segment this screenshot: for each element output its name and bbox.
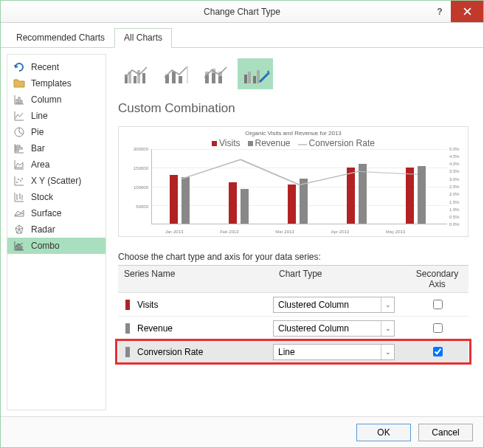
x-tick: May 2013 (373, 230, 418, 234)
sidebar-item-bar[interactable]: Bar (7, 140, 106, 156)
content-pane: Custom Combination Organic Visits and Re… (106, 54, 477, 410)
y-tick: 100000 (122, 185, 148, 190)
x-tick: Apr 2013 (318, 230, 362, 234)
sidebar-item-column[interactable]: Column (7, 92, 106, 108)
y2-tick: 3.5% (449, 169, 466, 173)
svg-point-9 (20, 180, 21, 182)
sidebar-item-combo[interactable]: Combo (7, 238, 106, 254)
sidebar-item-area[interactable]: Area (7, 156, 106, 173)
radar-icon (13, 224, 25, 235)
sidebar-item-pie[interactable]: Pie (7, 124, 106, 140)
sidebar-item-radar[interactable]: Radar (7, 221, 106, 238)
secondary-axis-checkbox-revenue[interactable] (433, 323, 443, 333)
sidebar-item-label: Surface (31, 208, 61, 218)
series-name-label: Revenue (137, 323, 173, 334)
cancel-button[interactable]: Cancel (418, 424, 473, 441)
header-secondary-axis: Secondary Axis (406, 266, 469, 292)
chart-type-dropdown-revenue[interactable]: Clustered Column ⌄ (273, 320, 395, 337)
svg-point-7 (16, 182, 18, 183)
legend-conversion: Conversion Rate (309, 138, 375, 148)
header-chart-type: Chart Type (273, 266, 406, 292)
svg-rect-4 (15, 145, 20, 147)
svg-rect-26 (218, 76, 222, 83)
chart-preview[interactable]: Organic Visits and Revenue for 2013 Visi… (118, 126, 469, 237)
series-table-header: Series Name Chart Type Secondary Axis (118, 266, 469, 293)
chart-type-dropdown-conversion[interactable]: Line ⌄ (273, 344, 395, 360)
y2-tick: 4.0% (449, 162, 466, 166)
window-controls: ? (429, 1, 483, 22)
column-icon (13, 94, 25, 106)
svg-rect-5 (15, 148, 22, 149)
recent-icon (13, 61, 25, 73)
x-tick: Feb 2013 (207, 230, 252, 234)
svg-rect-29 (248, 72, 251, 83)
header-series-name: Series Name (118, 266, 273, 292)
preview-legend: Visits Revenue Conversion Rate (125, 138, 462, 148)
legend-visits: Visits (219, 138, 240, 148)
svg-rect-0 (16, 100, 18, 103)
x-tick: Jan 2013 (152, 230, 196, 234)
dialog-body: Recent Templates Column Line Pie Bar (1, 48, 483, 416)
sidebar-item-label: Area (31, 159, 49, 170)
sidebar-item-surface[interactable]: Surface (7, 205, 106, 221)
dialog-title: Change Chart Type (204, 7, 280, 17)
titlebar: Change Chart Type ? (1, 1, 483, 23)
templates-icon (13, 77, 25, 89)
sidebar-item-label: X Y (Scatter) (31, 176, 81, 186)
tab-all-charts[interactable]: All Charts (114, 28, 172, 48)
tab-recommended-charts[interactable]: Recommended Charts (7, 28, 114, 48)
y2-tick: 1.5% (449, 200, 466, 204)
sidebar-item-templates[interactable]: Templates (7, 75, 106, 92)
bar-icon (13, 142, 25, 154)
tab-bar: Recommended Charts All Charts (1, 23, 483, 48)
chart-type-dropdown-visits[interactable]: Clustered Column ⌄ (273, 297, 395, 313)
sidebar-item-line[interactable]: Line (7, 108, 106, 124)
svg-rect-20 (172, 72, 176, 83)
sidebar-item-label: Combo (31, 241, 60, 251)
series-table: Series Name Chart Type Secondary Axis Vi… (118, 265, 469, 365)
sidebar-item-label: Stock (31, 192, 53, 202)
svg-rect-21 (179, 76, 182, 83)
sidebar-item-label: Bar (31, 143, 45, 154)
chevron-down-icon: ⌄ (381, 297, 391, 312)
combo-subtype-1[interactable] (118, 58, 153, 89)
y2-tick: 2.5% (449, 185, 466, 189)
combo-subtype-3[interactable] (198, 58, 233, 89)
svg-rect-28 (244, 75, 247, 83)
sidebar-item-label: Radar (31, 224, 55, 235)
chevron-down-icon: ⌄ (381, 345, 391, 359)
legend-revenue: Revenue (255, 138, 291, 148)
y-tick: 150000 (122, 166, 148, 170)
y-tick: 200000 (122, 147, 148, 151)
dropdown-value: Line (278, 347, 295, 357)
y2-tick: 5.0% (449, 147, 466, 151)
ok-button[interactable]: OK (356, 424, 411, 441)
scatter-icon (13, 175, 25, 187)
stock-icon (13, 191, 25, 203)
y2-tick: 0.0% (449, 222, 466, 227)
sidebar-item-recent[interactable]: Recent (7, 59, 106, 75)
sidebar-item-scatter[interactable]: X Y (Scatter) (7, 173, 106, 189)
sidebar-item-stock[interactable]: Stock (7, 189, 106, 205)
sidebar-item-label: Recent (31, 62, 59, 72)
y2-tick: 1.0% (449, 207, 466, 212)
svg-rect-30 (253, 76, 256, 83)
close-icon[interactable] (451, 1, 483, 22)
chevron-down-icon: ⌄ (381, 321, 391, 336)
dialog-footer: OK Cancel (1, 416, 483, 447)
svg-rect-17 (137, 70, 140, 83)
svg-rect-13 (21, 247, 22, 249)
sidebar-item-label: Column (31, 94, 61, 105)
series-name-label: Conversion Rate (137, 347, 203, 357)
help-icon[interactable]: ? (429, 1, 451, 22)
y2-tick: 0.5% (449, 215, 466, 219)
series-color-icon (125, 300, 130, 310)
series-row-visits: Visits Clustered Column ⌄ (118, 293, 469, 317)
combo-subtype-2[interactable] (158, 58, 193, 89)
secondary-axis-checkbox-conversion[interactable] (433, 347, 443, 356)
y2-tick: 4.5% (449, 154, 466, 159)
secondary-axis-checkbox-visits[interactable] (433, 300, 443, 309)
y2-tick: 2.0% (449, 192, 466, 196)
preview-title: Organic Visits and Revenue for 2013 (125, 130, 462, 137)
combo-subtype-custom[interactable] (238, 58, 273, 89)
